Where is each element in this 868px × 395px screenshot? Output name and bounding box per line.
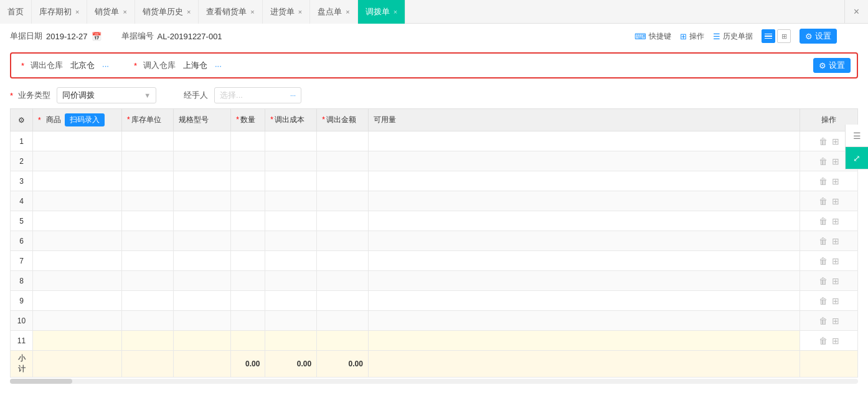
cell-product[interactable] (33, 151, 122, 171)
cell-unit[interactable] (121, 231, 173, 251)
copy-icon[interactable]: ⊞ (832, 196, 839, 206)
cell-available[interactable] (368, 271, 800, 291)
delete-icon[interactable]: 🗑 (819, 216, 828, 226)
tab-inventory-init[interactable]: 库存期初× (32, 0, 87, 24)
cell-amount[interactable] (317, 331, 369, 351)
cell-available[interactable] (368, 231, 800, 251)
tab-close-stocktake[interactable]: × (346, 8, 349, 16)
cell-amount[interactable] (317, 231, 369, 251)
cell-product[interactable] (33, 311, 122, 331)
cell-cost[interactable] (265, 211, 317, 231)
cell-unit[interactable] (121, 211, 173, 231)
copy-icon[interactable]: ⊞ (832, 176, 839, 186)
cell-unit[interactable] (121, 151, 173, 171)
cell-amount[interactable] (317, 271, 369, 291)
transfer-out-more-btn[interactable]: ··· (102, 61, 109, 70)
shortcut-button[interactable]: ⌨ 快捷键 (634, 31, 671, 42)
cell-available[interactable] (368, 211, 800, 231)
handler-select[interactable]: 选择... ··· (214, 87, 301, 103)
tab-view-sales[interactable]: 查看销货单× (199, 0, 262, 24)
cell-cost[interactable] (265, 331, 317, 351)
cell-available[interactable] (368, 131, 800, 151)
delete-icon[interactable]: 🗑 (819, 156, 828, 166)
cell-qty[interactable] (231, 311, 265, 331)
cell-amount[interactable] (317, 311, 369, 331)
tab-sales-history[interactable]: 销货单历史× (135, 0, 199, 24)
cell-product[interactable] (33, 331, 122, 351)
tab-close-purchase-order[interactable]: × (298, 8, 302, 16)
copy-icon[interactable]: ⊞ (832, 236, 839, 246)
scan-entry-button[interactable]: 扫码录入 (65, 113, 105, 126)
cell-spec[interactable] (173, 271, 230, 291)
cell-unit[interactable] (121, 311, 173, 331)
cell-spec[interactable] (173, 131, 230, 151)
cell-available[interactable] (368, 251, 800, 271)
cell-qty[interactable] (231, 291, 265, 311)
cell-spec[interactable] (173, 231, 230, 251)
cell-qty[interactable] (231, 171, 265, 191)
cell-cost[interactable] (265, 291, 317, 311)
copy-icon[interactable]: ⊞ (832, 336, 839, 346)
horizontal-scrollbar[interactable] (10, 379, 858, 384)
cell-product[interactable] (33, 291, 122, 311)
copy-icon[interactable]: ⊞ (832, 216, 839, 226)
cell-spec[interactable] (173, 171, 230, 191)
tab-close-inventory-init[interactable]: × (75, 8, 79, 16)
float-list-btn[interactable]: ☰ (846, 125, 868, 147)
cell-qty[interactable] (231, 271, 265, 291)
cell-qty[interactable] (231, 151, 265, 171)
delete-icon[interactable]: 🗑 (819, 176, 828, 186)
cell-unit[interactable] (121, 251, 173, 271)
cell-cost[interactable] (265, 131, 317, 151)
cell-product[interactable] (33, 231, 122, 251)
tab-close-sales-history[interactable]: × (187, 8, 191, 16)
cell-spec[interactable] (173, 311, 230, 331)
delete-icon[interactable]: 🗑 (819, 196, 828, 206)
cell-product[interactable] (33, 211, 122, 231)
delete-icon[interactable]: 🗑 (819, 336, 828, 346)
cell-qty[interactable] (231, 251, 265, 271)
cell-spec[interactable] (173, 331, 230, 351)
copy-icon[interactable]: ⊞ (832, 136, 839, 146)
cell-spec[interactable] (173, 291, 230, 311)
delete-icon[interactable]: 🗑 (819, 316, 828, 326)
doc-date-value[interactable]: 2019-12-27 (46, 32, 88, 41)
cell-amount[interactable] (317, 191, 369, 211)
cell-cost[interactable] (265, 311, 317, 331)
cell-unit[interactable] (121, 271, 173, 291)
cell-product[interactable] (33, 131, 122, 151)
cell-qty[interactable] (231, 211, 265, 231)
cell-cost[interactable] (265, 171, 317, 191)
cell-product[interactable] (33, 191, 122, 211)
list-view-button[interactable] (762, 29, 775, 43)
cell-product[interactable] (33, 271, 122, 291)
tab-close-view-sales[interactable]: × (250, 8, 254, 16)
cell-cost[interactable] (265, 191, 317, 211)
biz-type-select[interactable]: 同价调拨 ▼ (57, 87, 156, 103)
cell-amount[interactable] (317, 171, 369, 191)
transfer-in-value[interactable]: 上海仓 (183, 60, 207, 71)
cell-spec[interactable] (173, 191, 230, 211)
cell-amount[interactable] (317, 291, 369, 311)
cell-amount[interactable] (317, 151, 369, 171)
tab-close-sales-order[interactable]: × (123, 8, 126, 16)
cell-available[interactable] (368, 311, 800, 331)
cell-cost[interactable] (265, 151, 317, 171)
cell-cost[interactable] (265, 271, 317, 291)
cell-cost[interactable] (265, 231, 317, 251)
transfer-in-more-btn[interactable]: ··· (215, 61, 222, 70)
cell-available[interactable] (368, 191, 800, 211)
window-close-button[interactable]: × (844, 0, 868, 24)
cell-amount[interactable] (317, 251, 369, 271)
cell-qty[interactable] (231, 331, 265, 351)
cell-amount[interactable] (317, 211, 369, 231)
tab-close-transfer[interactable]: × (394, 8, 397, 16)
cell-unit[interactable] (121, 131, 173, 151)
delete-icon[interactable]: 🗑 (819, 276, 828, 286)
cell-qty[interactable] (231, 231, 265, 251)
cell-product[interactable] (33, 171, 122, 191)
delete-icon[interactable]: 🗑 (819, 136, 828, 146)
transfer-out-value[interactable]: 北京仓 (70, 60, 95, 71)
tab-transfer[interactable]: 调拨单× (358, 0, 405, 24)
copy-icon[interactable]: ⊞ (832, 316, 839, 326)
